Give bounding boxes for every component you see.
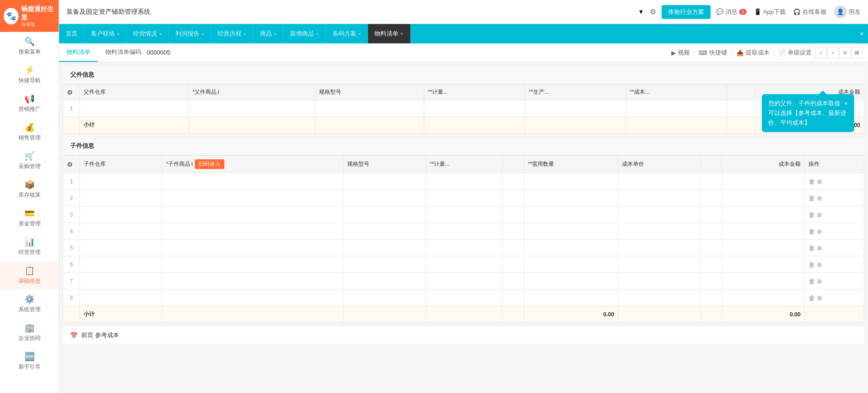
child-warehouse-7[interactable]: [80, 273, 162, 290]
child-warehouse-3[interactable]: [80, 206, 162, 223]
child-spec-4[interactable]: [344, 223, 426, 240]
navtab-close-customer[interactable]: ×: [117, 31, 120, 36]
scan-input-button[interactable]: 扫码录入: [195, 159, 224, 169]
child-delete-1[interactable]: 🗑: [808, 178, 815, 185]
child-warehouse-1[interactable]: [80, 173, 162, 190]
sidebar-item-purchase[interactable]: 🛒 采购管理: [0, 146, 59, 175]
nav-menu-button[interactable]: ≡: [839, 47, 850, 58]
child-unit-4[interactable]: [426, 223, 502, 240]
child-product-6[interactable]: [162, 256, 344, 273]
navtab-close-history[interactable]: ×: [243, 31, 246, 36]
online-service-action[interactable]: 🎧 在线客服: [793, 8, 826, 16]
parent-th-setting[interactable]: ⚙: [63, 85, 80, 100]
child-qty-6[interactable]: [524, 256, 618, 273]
child-unit-cost-1[interactable]: [618, 173, 700, 190]
child-unit-cost-5[interactable]: [618, 240, 700, 256]
shortcut-button[interactable]: ⌨ 快捷键: [699, 48, 727, 57]
sidebar-item-marketing[interactable]: 📢 营销推广: [0, 89, 59, 118]
navtab-close-operation[interactable]: ×: [159, 31, 162, 36]
view-button[interactable]: ▶ 视频: [671, 48, 690, 57]
sidebar-item-enterprise[interactable]: 🏢 企业协同: [0, 318, 59, 347]
topbar-settings-icon[interactable]: ⚙: [650, 7, 656, 16]
child-warehouse-5[interactable]: [80, 240, 162, 256]
child-qty-4[interactable]: [524, 223, 618, 240]
child-copy-8[interactable]: ⊕: [817, 294, 822, 302]
sidebar-item-quick-nav[interactable]: ⚡ 快捷导航: [0, 60, 59, 89]
child-copy-3[interactable]: ⊕: [817, 211, 822, 218]
nav-next-button[interactable]: ›: [827, 47, 838, 58]
child-unit-cost-6[interactable]: [618, 256, 700, 273]
child-spec-5[interactable]: [344, 240, 426, 256]
sidebar-item-sales[interactable]: 💰 销售管理: [0, 118, 59, 146]
child-warehouse-4[interactable]: [80, 223, 162, 240]
navtab-close-new-product[interactable]: ×: [316, 31, 319, 36]
close-all-button[interactable]: ✕: [859, 30, 868, 37]
child-product-7[interactable]: [162, 273, 344, 290]
child-delete-6[interactable]: 🗑: [808, 261, 815, 268]
trial-button[interactable]: 体验行业方案: [662, 5, 711, 19]
child-spec-8[interactable]: [344, 290, 426, 306]
child-copy-7[interactable]: ⊕: [817, 278, 822, 285]
child-product-1[interactable]: [162, 173, 344, 190]
extract-cost-button[interactable]: 📥 提取成本: [736, 48, 770, 57]
child-spec-3[interactable]: [344, 206, 426, 223]
child-unit-7[interactable]: [426, 273, 502, 290]
sidebar-item-finance[interactable]: 💳 资金管理: [0, 204, 59, 232]
child-qty-3[interactable]: [524, 206, 618, 223]
navtab-close-bom[interactable]: ×: [400, 31, 403, 36]
topbar-dropdown-icon[interactable]: ▼: [638, 8, 644, 15]
child-unit-cost-4[interactable]: [618, 223, 700, 240]
child-th-setting[interactable]: ⚙: [63, 156, 80, 173]
parent-production-cell[interactable]: [525, 100, 626, 117]
child-copy-4[interactable]: ⊕: [817, 228, 822, 235]
navtab-history[interactable]: 经营历程 ×: [211, 24, 253, 43]
child-product-4[interactable]: [162, 223, 344, 240]
tooltip-close-button[interactable]: ×: [844, 99, 848, 109]
parent-product-cell[interactable]: [188, 100, 315, 117]
child-unit-1[interactable]: [426, 173, 502, 190]
child-qty-8[interactable]: [524, 290, 618, 306]
parent-cost-cell[interactable]: [626, 100, 727, 117]
sidebar-item-inventory[interactable]: 📦 库存核算: [0, 175, 59, 204]
child-unit-5[interactable]: [426, 240, 502, 256]
child-copy-6[interactable]: ⊕: [817, 261, 822, 268]
child-unit-cost-7[interactable]: [618, 273, 700, 290]
child-unit-3[interactable]: [426, 206, 502, 223]
child-product-3[interactable]: [162, 206, 344, 223]
child-unit-6[interactable]: [426, 256, 502, 273]
child-warehouse-8[interactable]: [80, 290, 162, 306]
navtab-product[interactable]: 商品 ×: [253, 24, 283, 43]
navtab-profit[interactable]: 利润报告 ×: [169, 24, 211, 43]
app-download-action[interactable]: 📱 App下载: [754, 8, 786, 16]
child-spec-7[interactable]: [344, 273, 426, 290]
child-unit-cost-2[interactable]: [618, 190, 700, 206]
navtab-new-product[interactable]: 新增商品 ×: [283, 24, 326, 43]
subtab-bom-list[interactable]: 物料清单: [59, 43, 98, 62]
child-delete-4[interactable]: 🗑: [808, 228, 815, 235]
child-delete-5[interactable]: 🗑: [808, 244, 815, 252]
sidebar-item-system[interactable]: ⚙️ 系统管理: [0, 290, 59, 318]
child-product-5[interactable]: [162, 240, 344, 256]
child-copy-2[interactable]: ⊕: [817, 194, 822, 202]
child-qty-2[interactable]: [524, 190, 618, 206]
parent-spec-cell[interactable]: [315, 100, 424, 117]
child-delete-3[interactable]: 🗑: [808, 211, 815, 218]
sidebar-item-search[interactable]: 🔍 搜索菜单: [0, 32, 59, 60]
navtab-close-barcode[interactable]: ×: [358, 31, 361, 36]
subtab-bom-edit[interactable]: 物料清单编码 0000005: [98, 43, 183, 62]
sidebar-item-operation-mgmt[interactable]: 📊 经营管理: [0, 232, 59, 261]
sidebar-item-basic-info[interactable]: 📋 基础信息: [0, 261, 59, 290]
navtab-close-profit[interactable]: ×: [201, 31, 204, 36]
child-unit-cost-8[interactable]: [618, 290, 700, 306]
user-action[interactable]: 👤 用友: [834, 6, 861, 18]
navtab-close-product[interactable]: ×: [274, 31, 277, 36]
child-qty-7[interactable]: [524, 273, 618, 290]
child-copy-5[interactable]: ⊕: [817, 244, 822, 252]
child-warehouse-2[interactable]: [80, 190, 162, 206]
child-unit-cost-3[interactable]: [618, 206, 700, 223]
child-spec-2[interactable]: [344, 190, 426, 206]
single-settings-button[interactable]: 📄 单据设置: [778, 48, 812, 57]
navtab-barcode[interactable]: 条码方案 ×: [326, 24, 368, 43]
child-product-8[interactable]: [162, 290, 344, 306]
nav-prev-button[interactable]: ‹: [815, 47, 826, 58]
